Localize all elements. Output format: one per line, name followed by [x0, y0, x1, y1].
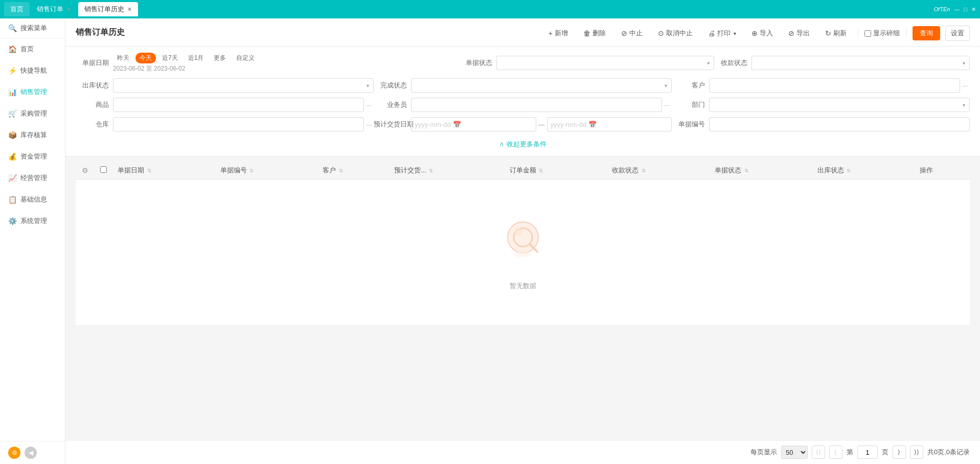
main-layout: 🔍 搜索菜单 🏠 首页 ⚡ 快捷导航 📊 销售管理 🛒 采购管理 📦 库存 [0, 18, 980, 464]
refresh-button[interactable]: ↻ 刷新 [820, 26, 852, 40]
sidebar-item-sales[interactable]: 📊 销售管理 [0, 81, 65, 103]
col-customer-sort[interactable]: ⇅ [339, 168, 343, 173]
date-tag-today[interactable]: 今天 [135, 53, 156, 63]
tab-sales-order[interactable]: 销售订单 ✕ [31, 2, 77, 16]
sidebar-search[interactable]: 🔍 搜索菜单 [0, 18, 65, 38]
col-doc-status-sort[interactable]: ⇅ [744, 168, 748, 173]
filter-complete-status-field: 完成状态 ▾ [374, 78, 672, 93]
page-num-input[interactable] [857, 446, 878, 459]
settings-button[interactable]: 设置 [945, 26, 970, 41]
out-status-select[interactable]: ▾ [113, 78, 374, 93]
customer-dotdot[interactable]: ··· [960, 82, 970, 90]
collapse-bar[interactable]: ∧ 收起更多条件 [76, 137, 970, 150]
new-label: 新增 [555, 29, 568, 38]
first-page-btn[interactable]: ⟨⟨ [812, 446, 825, 459]
salesperson-input[interactable] [411, 98, 662, 112]
col-checkbox [94, 162, 112, 180]
date-tag-7days[interactable]: 近7天 [158, 53, 182, 63]
sidebar-item-finance[interactable]: 💰 资金管理 [0, 146, 65, 167]
delivery-date-from[interactable]: yyyy-mm-dd 📅 [411, 117, 536, 131]
filter-customer-field: 客户 ··· [672, 78, 970, 93]
stop-button[interactable]: ⊘ 中止 [616, 26, 648, 40]
print-button[interactable]: 🖨 打印 ▾ [703, 26, 741, 40]
salesperson-dotdot[interactable]: ··· [662, 101, 672, 109]
col-out-status-sort[interactable]: ⇅ [847, 168, 851, 173]
col-payment-status[interactable]: 收款状态 ⇅ [607, 162, 710, 180]
pagination-bar: 每页显示 50 10 20 100 ⟨⟨ ⟨ 第 页 ⟩ ⟩⟩ 共0页,0条记录 [65, 440, 980, 464]
display-cols-toggle[interactable]: 显示碎细 [864, 29, 900, 38]
filter-date-field: 单据日期 昨天 今天 近7天 近1月 更多 自定义 2023-06-02 至 2… [76, 53, 459, 73]
col-out-status[interactable]: 出库状态 ⇅ [812, 162, 915, 180]
warehouse-dotdot[interactable]: ··· [364, 121, 374, 128]
col-customer[interactable]: 客户 ⇅ [317, 162, 389, 180]
sidebar-collapse-icon[interactable]: ◀ [25, 447, 37, 459]
tab-sales-order-history[interactable]: 销售订单历史 ✕ [78, 2, 138, 16]
sidebar-item-purchase[interactable]: 🛒 采购管理 [0, 103, 65, 124]
display-cols-checkbox[interactable] [864, 30, 871, 37]
customer-input[interactable] [709, 78, 960, 93]
date-tag-yesterday[interactable]: 昨天 [113, 53, 133, 63]
sidebar-item-base[interactable]: 📋 基础信息 [0, 189, 65, 210]
col-settings: ⚙ [76, 162, 94, 180]
col-number-sort[interactable]: ⇅ [249, 168, 254, 173]
select-all-checkbox[interactable] [100, 166, 107, 173]
col-date-sort[interactable]: ⇅ [147, 168, 151, 173]
product-input[interactable] [113, 98, 364, 112]
tab-home-label: 首页 [10, 5, 24, 14]
doc-status-select[interactable]: ▾ [496, 56, 715, 70]
col-amount-sort[interactable]: ⇅ [539, 168, 543, 173]
col-amount[interactable]: 订单金额 ⇅ [505, 162, 607, 180]
delete-button[interactable]: 🗑 删除 [578, 26, 611, 40]
sidebar-item-system[interactable]: ⚙️ 系统管理 [0, 210, 65, 232]
col-delivery[interactable]: 预计交货... ⇅ [389, 162, 505, 180]
inventory-icon: 📦 [8, 131, 16, 139]
minimize-btn[interactable]: — [954, 6, 960, 12]
payment-status-select[interactable]: ▾ [751, 56, 970, 70]
table-body: 暂无数据 [76, 180, 970, 326]
collapse-label: ∧ 收起更多条件 [499, 140, 546, 148]
col-payment-status-sort[interactable]: ⇅ [642, 168, 646, 173]
settings-label: 设置 [951, 29, 964, 38]
sidebar-bottom: ⚙ ◀ [0, 441, 65, 464]
doc-number-input[interactable] [709, 117, 970, 131]
tab-home[interactable]: 首页 [4, 2, 30, 16]
often-label: OfTEn [934, 6, 950, 12]
complete-status-select[interactable]: ▾ [411, 78, 672, 93]
delivery-date-label: 预计交货日期 [374, 120, 407, 129]
col-doc-status[interactable]: 单据状态 ⇅ [710, 162, 812, 180]
date-tag-1month[interactable]: 近1月 [184, 53, 208, 63]
query-button[interactable]: 查询 [913, 26, 940, 40]
prev-page-btn[interactable]: ⟨ [829, 446, 842, 459]
col-number[interactable]: 单据编号 ⇅ [215, 162, 318, 180]
page-size-label: 每页显示 [750, 448, 777, 457]
last-page-btn[interactable]: ⟩⟩ [910, 446, 923, 459]
tab-sales-order-history-close[interactable]: ✕ [127, 6, 132, 13]
import-button[interactable]: ⊕ 导入 [746, 26, 778, 40]
cancel-stop-button[interactable]: ⊙ 取消中止 [653, 26, 698, 40]
page-size-select[interactable]: 50 10 20 100 [781, 446, 808, 459]
date-tag-more[interactable]: 更多 [210, 53, 230, 63]
dept-select[interactable]: ▾ [709, 98, 970, 112]
calendar-from-icon[interactable]: 📅 [453, 121, 461, 128]
sidebar-item-home[interactable]: 🏠 首页 [0, 38, 65, 60]
new-button[interactable]: + 新增 [543, 26, 573, 40]
col-delivery-sort[interactable]: ⇅ [429, 168, 433, 173]
next-page-btn[interactable]: ⟩ [893, 446, 906, 459]
date-tag-custom[interactable]: 自定义 [232, 53, 259, 63]
delivery-date-to[interactable]: yyyy-mm-dd 📅 [547, 117, 672, 131]
payment-status-arrow: ▾ [963, 60, 965, 66]
sidebar-settings-icon[interactable]: ⚙ [8, 447, 20, 459]
maximize-btn[interactable]: □ [964, 6, 967, 12]
tab-sales-order-close[interactable]: ✕ [66, 6, 71, 13]
product-dotdot[interactable]: ··· [364, 101, 374, 109]
close-btn[interactable]: ✕ [971, 6, 976, 13]
tabs-area: 首页 销售订单 ✕ 销售订单历史 ✕ [4, 0, 138, 18]
sidebar-item-inventory[interactable]: 📦 库存核算 [0, 124, 65, 146]
warehouse-input[interactable] [113, 117, 364, 131]
sidebar-item-quick-nav[interactable]: ⚡ 快捷导航 [0, 60, 65, 81]
calendar-to-icon[interactable]: 📅 [588, 121, 597, 128]
sidebar-item-operation[interactable]: 📈 经营管理 [0, 167, 65, 189]
col-date[interactable]: 单据日期 ⇅ [112, 162, 215, 180]
table-settings-icon[interactable]: ⚙ [82, 166, 88, 174]
export-button[interactable]: ⊘ 导出 [783, 26, 815, 40]
